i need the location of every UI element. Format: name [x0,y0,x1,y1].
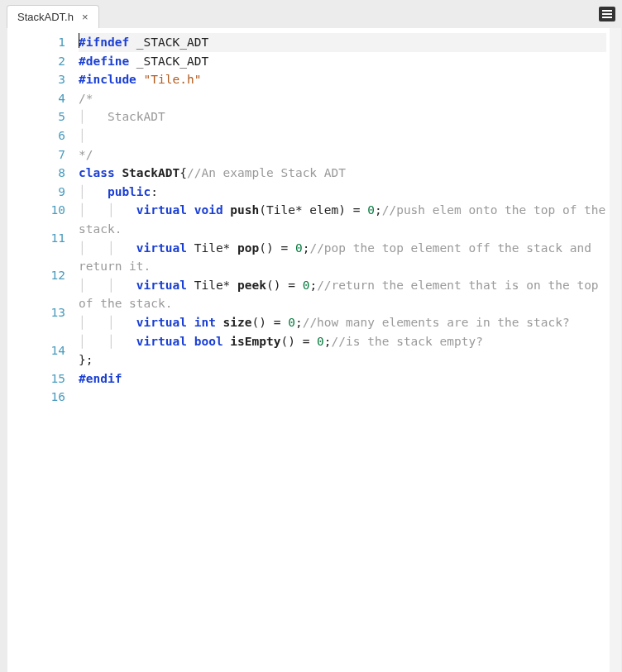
code-line: #endif [79,372,122,385]
vertical-scrollbar[interactable] [610,28,621,672]
line-number: 11 [7,220,65,257]
code-area[interactable]: #ifndef _STACK_ADT#define _STACK_ADT #in… [79,28,615,672]
code-line: │ │ virtual void push(Tile* elem) = 0;//… [79,203,613,236]
left-margin [0,28,7,672]
line-number: 16 [7,388,65,407]
line-number-gutter: 1 2 3 4 5 6 7 8 9 10 11 12 13 14 15 16 [7,28,79,672]
line-number: 15 [7,369,65,388]
line-number: 8 [7,164,65,183]
code-line: */ [79,148,93,161]
line-number: 9 [7,183,65,202]
code-line: #include "Tile.h" [79,73,201,86]
line-number: 13 [7,294,65,331]
code-line: /* [79,92,93,105]
text-cursor [79,33,79,48]
code-line: }; [79,353,93,366]
line-number: 10 [7,201,65,220]
line-number: 12 [7,257,65,294]
line-number: 6 [7,126,65,145]
code-line: │ │ virtual Tile* peek() = 0;//return th… [79,279,605,311]
line-number: 4 [7,89,65,108]
line-number: 3 [7,70,65,89]
code-line: │ StackADT [79,110,165,123]
tab-bar: StackADT.h × [0,0,622,28]
code-line: │ public: [79,185,158,198]
code-line: #ifndef _STACK_ADT [79,33,606,52]
line-number: 5 [7,107,65,126]
code-line: │ │ virtual int size() = 0;//how many el… [79,316,570,329]
line-number: 7 [7,145,65,164]
menu-icon[interactable] [599,7,615,21]
code-line: │ [79,129,86,142]
line-number: 1 [7,33,65,52]
code-editor[interactable]: 1 2 3 4 5 6 7 8 9 10 11 12 13 14 15 16 #… [7,28,615,672]
close-icon[interactable]: × [80,12,90,22]
code-line: │ │ virtual Tile* pop() = 0;//pop the to… [79,241,599,274]
code-line: │ │ virtual bool isEmpty() = 0;//is the … [79,335,483,348]
tab-label: StackADT.h [17,11,74,23]
line-number: 2 [7,52,65,71]
code-line: class StackADT{//An example Stack ADT [79,166,346,179]
line-number: 14 [7,332,65,369]
tab-stackadt[interactable]: StackADT.h × [7,5,99,28]
code-line: #define _STACK_ADT [79,55,208,68]
